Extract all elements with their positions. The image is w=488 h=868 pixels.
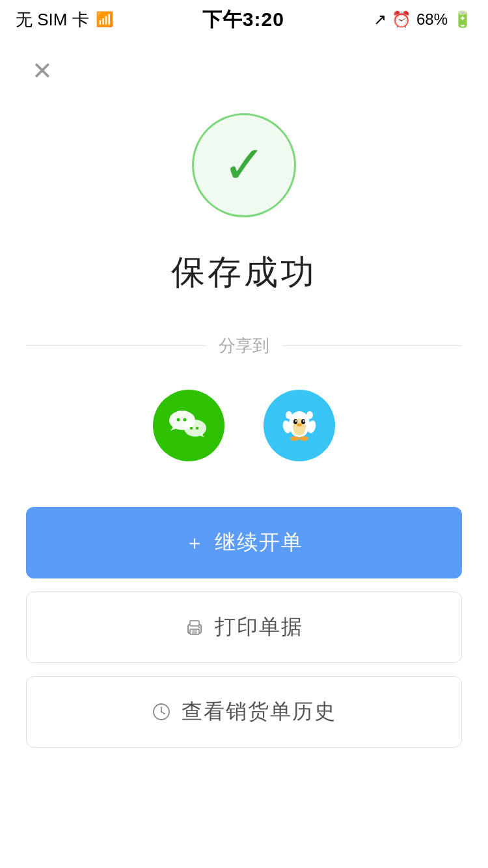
- share-label: 分享到: [219, 334, 269, 357]
- status-left: 无 SIM 卡 📶: [16, 8, 113, 31]
- success-circle: ✓: [192, 113, 296, 217]
- no-sim-label: 无 SIM 卡: [16, 8, 89, 31]
- svg-point-1: [184, 420, 206, 437]
- divider-line-left: [26, 346, 206, 346]
- close-button[interactable]: ✕: [26, 55, 59, 87]
- share-divider: 分享到: [26, 334, 462, 357]
- divider-line-right: [282, 346, 462, 346]
- share-icons-row: [153, 390, 335, 461]
- status-right: ↗ ⏰ 68% 🔋: [373, 10, 472, 29]
- action-buttons: ＋ 继续开单 打印单据: [26, 507, 462, 748]
- svg-point-15: [290, 437, 299, 441]
- plus-icon: ＋: [185, 530, 204, 556]
- location-icon: ↗: [373, 10, 386, 29]
- history-label: 查看销货单历史: [182, 698, 336, 726]
- battery-label: 68%: [416, 10, 448, 29]
- svg-rect-21: [190, 621, 199, 626]
- main-content: ✓ 保存成功 分享到: [0, 94, 488, 868]
- svg-point-10: [295, 420, 297, 422]
- printer-icon: [185, 617, 204, 637]
- svg-point-12: [297, 424, 302, 427]
- wifi-icon: 📶: [96, 11, 113, 28]
- svg-point-9: [301, 419, 305, 424]
- svg-point-3: [183, 418, 187, 422]
- wechat-icon: [167, 403, 211, 448]
- svg-line-27: [161, 712, 165, 714]
- battery-icon: 🔋: [453, 10, 472, 29]
- history-button[interactable]: 查看销货单历史: [26, 676, 462, 748]
- success-title: 保存成功: [171, 250, 317, 295]
- qq-icon: [280, 406, 319, 445]
- continue-button[interactable]: ＋ 继续开单: [26, 507, 462, 578]
- close-btn-row: ✕: [0, 39, 488, 94]
- svg-point-8: [293, 419, 297, 424]
- qq-share-button[interactable]: [264, 390, 335, 461]
- svg-rect-23: [192, 632, 197, 634]
- svg-point-16: [299, 437, 308, 441]
- svg-point-4: [190, 427, 193, 429]
- checkmark-icon: ✓: [223, 139, 266, 191]
- svg-point-5: [196, 427, 198, 429]
- clock-icon: [152, 702, 171, 722]
- svg-point-13: [286, 411, 292, 419]
- status-bar: 无 SIM 卡 📶 下午3:20 ↗ ⏰ 68% 🔋: [0, 0, 488, 39]
- continue-label: 继续开单: [215, 528, 303, 557]
- status-time: 下午3:20: [202, 7, 284, 33]
- svg-point-24: [198, 627, 200, 628]
- print-button[interactable]: 打印单据: [26, 591, 462, 663]
- alarm-icon: ⏰: [392, 10, 411, 29]
- svg-rect-22: [192, 631, 197, 632]
- svg-rect-20: [190, 629, 199, 634]
- svg-point-2: [177, 418, 180, 422]
- svg-point-14: [306, 411, 313, 419]
- svg-point-11: [303, 420, 305, 422]
- close-x-icon: ✕: [32, 59, 53, 83]
- wechat-share-button[interactable]: [153, 390, 224, 461]
- print-label: 打印单据: [215, 613, 303, 642]
